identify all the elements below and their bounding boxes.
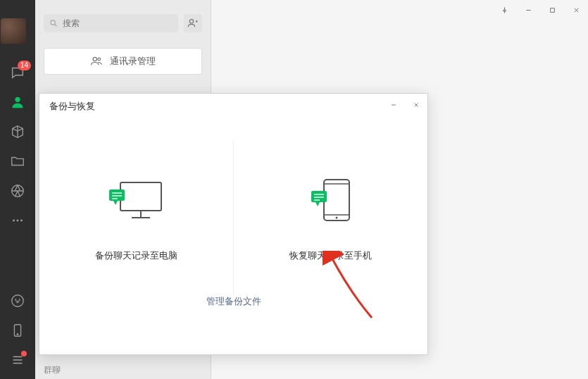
svg-point-4 bbox=[20, 220, 23, 222]
svg-point-16 bbox=[93, 57, 96, 61]
svg-rect-19 bbox=[550, 8, 554, 12]
phone-icon bbox=[10, 323, 25, 338]
maximize-icon bbox=[549, 6, 556, 14]
minimize-button[interactable] bbox=[516, 0, 540, 20]
search-box[interactable] bbox=[44, 14, 178, 32]
backup-restore-dialog: 备份与恢复 bbox=[39, 93, 428, 355]
contacts-manage-button[interactable]: 通讯录管理 bbox=[44, 48, 202, 75]
svg-point-7 bbox=[17, 334, 18, 335]
svg-point-13 bbox=[189, 20, 193, 23]
nav-contacts[interactable] bbox=[0, 87, 35, 117]
contacts-icon bbox=[10, 94, 25, 110]
cube-icon bbox=[10, 124, 25, 139]
avatar[interactable] bbox=[1, 18, 26, 44]
svg-marker-42 bbox=[315, 202, 320, 206]
backup-to-pc-option[interactable]: 备份聊天记录至电脑 bbox=[39, 140, 234, 295]
maximize-button[interactable] bbox=[540, 0, 564, 20]
nav-miniprogram[interactable] bbox=[0, 286, 35, 316]
svg-point-3 bbox=[17, 220, 19, 222]
window-controls bbox=[492, 0, 588, 20]
minimize-icon bbox=[390, 101, 397, 108]
search-icon bbox=[49, 18, 58, 28]
miniprogram-icon bbox=[10, 293, 25, 309]
svg-line-12 bbox=[55, 25, 57, 27]
people-icon bbox=[90, 55, 103, 68]
restore-label: 恢复聊天记录至手机 bbox=[289, 249, 372, 262]
nav-moments[interactable] bbox=[0, 176, 35, 206]
pin-button[interactable] bbox=[492, 0, 516, 20]
nav-files[interactable] bbox=[0, 147, 35, 176]
close-icon bbox=[413, 101, 420, 108]
notification-dot bbox=[21, 351, 27, 356]
pc-backup-icon bbox=[105, 173, 168, 230]
restore-to-phone-option[interactable]: 恢复聊天记录至手机 bbox=[234, 140, 427, 295]
phone-restore-icon bbox=[303, 173, 359, 230]
minimize-icon bbox=[525, 6, 532, 14]
nav-chat[interactable]: 14 bbox=[0, 58, 35, 87]
svg-point-37 bbox=[335, 217, 337, 219]
svg-point-11 bbox=[51, 20, 55, 25]
svg-point-5 bbox=[12, 295, 24, 307]
chat-badge: 14 bbox=[18, 61, 31, 70]
group-chat-section-label: 群聊 bbox=[44, 364, 61, 376]
app-sidebar: 14 bbox=[0, 0, 35, 379]
nav-favorites[interactable] bbox=[0, 117, 35, 147]
manage-backups-link[interactable]: 管理备份文件 bbox=[206, 296, 261, 306]
svg-point-2 bbox=[13, 220, 15, 222]
svg-rect-25 bbox=[120, 182, 161, 211]
close-icon bbox=[573, 6, 580, 14]
svg-point-0 bbox=[15, 97, 20, 102]
add-friend-button[interactable] bbox=[184, 14, 202, 32]
folder-icon bbox=[10, 154, 25, 169]
add-friend-icon bbox=[187, 18, 199, 29]
dialog-header: 备份与恢复 bbox=[39, 94, 427, 119]
svg-point-17 bbox=[98, 58, 101, 61]
dialog-close-button[interactable] bbox=[405, 94, 427, 116]
pin-icon bbox=[501, 6, 508, 14]
close-button[interactable] bbox=[564, 0, 588, 20]
nav-more[interactable] bbox=[0, 206, 35, 235]
more-icon bbox=[10, 213, 25, 228]
nav-phone[interactable] bbox=[0, 316, 35, 345]
dialog-footer: 管理备份文件 bbox=[39, 295, 427, 308]
nav-menu[interactable] bbox=[0, 345, 35, 375]
backup-label: 备份聊天记录至电脑 bbox=[95, 249, 177, 262]
svg-marker-33 bbox=[113, 201, 118, 205]
search-input[interactable] bbox=[63, 18, 173, 28]
dialog-minimize-button[interactable] bbox=[382, 94, 405, 116]
dialog-title: 备份与恢复 bbox=[49, 100, 95, 113]
aperture-icon bbox=[10, 183, 25, 199]
contacts-manage-label: 通讯录管理 bbox=[110, 55, 156, 68]
